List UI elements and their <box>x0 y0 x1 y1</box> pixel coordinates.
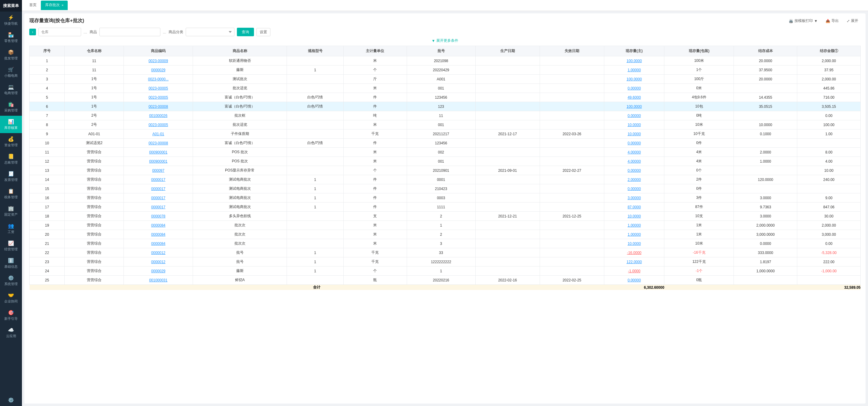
table-row: 16 营营综合 0000017 测试电商批次 1 件 0003 3.00000 … <box>30 194 861 203</box>
cell-unit: 米 <box>343 148 407 157</box>
print-button[interactable]: 🖨️ 按模板打印 ▼ <box>786 17 820 25</box>
cell-unit: 米 <box>343 56 407 66</box>
sidebar-item-ecommerce-small[interactable]: 🛒 小额电商 <box>0 64 22 81</box>
tab-home[interactable]: 首页 <box>25 1 41 10</box>
table-row: 15 营营综合 0000017 测试电商批次 1 件 210423 0.0000… <box>30 184 861 194</box>
sidebar-logo[interactable]: 搜索菜单 <box>0 0 22 11</box>
expand-more-conditions[interactable]: ▼ 展开更多条件 <box>29 38 861 43</box>
cell-spec <box>287 75 343 84</box>
cell-cost: 20.0000 <box>734 75 797 84</box>
cell-cost: 9.7363 <box>734 203 797 212</box>
cell-spec <box>287 120 343 130</box>
warehouse-dots[interactable]: ... <box>84 30 87 34</box>
cell-amount: 37.95 <box>797 66 861 75</box>
cell-warehouse: 11 <box>65 56 124 66</box>
cell-qty-main: 0.00000 <box>604 166 664 175</box>
category-filter[interactable] <box>186 28 235 36</box>
cell-cost: 3.0000 <box>734 212 797 221</box>
cell-qty-main: 10.0000 <box>604 120 664 130</box>
cell-qty-pkg: 10支 <box>664 212 734 221</box>
cell-prod-date <box>475 102 540 111</box>
page-title-bar: 现存量查询(按仓库+批次) 🖨️ 按模板打印 ▼ 📤 导出 ⤢ 展开 <box>29 17 861 25</box>
cell-qty-main: 0.00000 <box>604 276 664 285</box>
cell-qty-main: 87.0000 <box>604 203 664 212</box>
cell-code: 0023-00008 <box>124 139 193 148</box>
sidebar-item-label: 基础信息 <box>4 264 18 269</box>
cloud-icon: ☁️ <box>8 327 14 333</box>
col-name: 商品名称 <box>193 46 287 56</box>
cell-seq: 6 <box>30 102 65 111</box>
cell-code: 0023-00005 <box>124 93 193 102</box>
cell-prod-date <box>475 157 540 166</box>
cell-amount: 3,505.15 <box>797 102 861 111</box>
sidebar-item-invoice[interactable]: 🧾 发票管理 <box>0 168 22 185</box>
cell-code: 000097 <box>124 166 193 175</box>
cell-spec: 1 <box>287 248 343 257</box>
cell-prod-date: 2021-12-17 <box>475 130 540 139</box>
cell-qty-main: 1.00000 <box>604 230 664 239</box>
cell-unit: 千克 <box>343 130 407 139</box>
sidebar-item-label: 系统管理 <box>4 282 18 286</box>
tab-inventory-batch[interactable]: 库存批次 × <box>41 1 68 10</box>
cell-name: 测试电商批次 <box>193 203 287 212</box>
cell-amount: -1,000.00 <box>797 267 861 276</box>
sidebar-item-tax[interactable]: 📋 税务管理 <box>0 185 22 203</box>
cell-prod-date <box>475 139 540 148</box>
sidebar-item-ecommerce[interactable]: 💻 电商管理 <box>0 81 22 98</box>
tab-close-button[interactable]: × <box>62 3 63 7</box>
sidebar-item-fixed-assets[interactable]: 🏢 固定资产 <box>0 203 22 220</box>
cell-batch: 3 <box>407 239 475 248</box>
sidebar-item-assets[interactable]: 💰 资金管理 <box>0 133 22 150</box>
cell-cost: 3,000.0000 <box>734 230 797 239</box>
table-row: 21 营营综合 0000084 批次次 米 3 10.0000 10米 0.00… <box>30 239 861 248</box>
cell-qty-pkg: 0个 <box>664 166 734 175</box>
cell-seq: 8 <box>30 120 65 130</box>
sidebar-item-collab[interactable]: 🤝 企业协同 <box>0 289 22 307</box>
product-dots[interactable]: ... <box>163 30 166 34</box>
search-button[interactable]: 查询 <box>237 28 254 36</box>
cell-name: 测试电商批次 <box>193 184 287 194</box>
cell-seq: 7 <box>30 111 65 120</box>
cell-amount: 847.06 <box>797 203 861 212</box>
title-actions: 🖨️ 按模板打印 ▼ 📤 导出 ⤢ 展开 <box>786 17 861 25</box>
export-button[interactable]: 📤 导出 <box>823 17 841 25</box>
cell-code: 000900001 <box>124 148 193 157</box>
cell-amount: 716.00 <box>797 93 861 102</box>
cell-amount: 9.00 <box>797 194 861 203</box>
cell-batch: 0003 <box>407 194 475 203</box>
sidebar-item-inventory[interactable]: 📊 库存核算 <box>0 116 22 133</box>
expand-more-icon: ▼ <box>432 39 435 43</box>
retail-icon: 🏪 <box>8 32 14 38</box>
cell-qty-pkg: 10米 <box>664 120 734 130</box>
cell-amount: 0.00 <box>797 239 861 248</box>
cell-batch: 20211217 <box>407 130 475 139</box>
settings-button[interactable]: 设置 <box>256 28 271 36</box>
warehouse-filter[interactable] <box>38 28 81 36</box>
sidebar-item-ops[interactable]: 📈 经营管理 <box>0 237 22 255</box>
sidebar-settings[interactable]: ⚙️ <box>0 394 22 406</box>
sidebar-item-retail[interactable]: 🏪 零售管理 <box>0 29 22 46</box>
sidebar-item-guide[interactable]: 🎯 新手引导 <box>0 307 22 324</box>
filter-arrow-button[interactable]: › <box>29 29 36 35</box>
sidebar-item-wholesale[interactable]: 📦 批发管理 <box>0 46 22 64</box>
cell-prod-date <box>475 230 540 239</box>
cell-qty-main: 10.0000 <box>604 212 664 221</box>
sidebar-item-general[interactable]: 📒 总账管理 <box>0 150 22 168</box>
product-filter[interactable] <box>99 28 160 36</box>
table-row: 20 营营综合 0000084 批次次 米 2 1.00000 1米 3,000… <box>30 230 861 239</box>
cell-warehouse: 营营综合 <box>65 175 124 184</box>
cell-prod-date: 2021-12-21 <box>475 212 540 221</box>
cell-warehouse: 营营综合 <box>65 157 124 166</box>
sidebar-item-hr[interactable]: 👥 工资 <box>0 220 22 237</box>
sidebar-item-purchase[interactable]: 🛍️ 采购管理 <box>0 98 22 116</box>
cell-spec: 1 <box>287 257 343 267</box>
sidebar-item-basic[interactable]: ℹ️ 基础信息 <box>0 255 22 272</box>
cell-prod-date <box>475 56 540 66</box>
cell-seq: 2 <box>30 66 65 75</box>
sidebar-item-quick-nav[interactable]: ⚡ 快捷导航 <box>0 11 22 29</box>
cell-seq: 18 <box>30 212 65 221</box>
sidebar-item-system[interactable]: ⚙️ 系统管理 <box>0 272 22 289</box>
expand-button[interactable]: ⤢ 展开 <box>844 17 861 25</box>
sidebar-item-cloud[interactable]: ☁️ 云应用 <box>0 324 22 341</box>
cell-unit: 米 <box>343 230 407 239</box>
